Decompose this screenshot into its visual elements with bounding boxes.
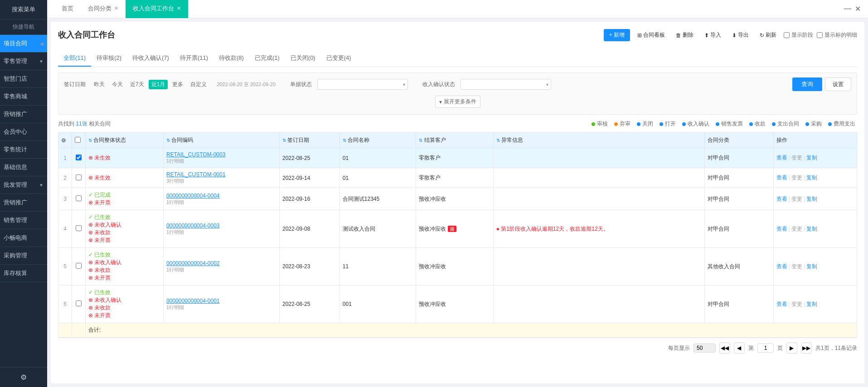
- query-button[interactable]: 查询: [792, 77, 822, 91]
- expand-filter-button[interactable]: ▾ 展开更多条件: [435, 96, 480, 108]
- action-close[interactable]: 关闭: [635, 119, 655, 129]
- sidebar-item-base-info[interactable]: 基础信息: [0, 159, 47, 176]
- contract-code-link[interactable]: RETAIL_CUSTOM-0001: [166, 171, 225, 178]
- contract-code-link[interactable]: RETAIL_CUSTOM-0003: [166, 151, 225, 158]
- sidebar-item-project[interactable]: 项目合同 ◀: [0, 35, 47, 53]
- sidebar-item-inventory[interactable]: 库存核算: [0, 265, 47, 282]
- op-复制[interactable]: 复制: [806, 155, 817, 161]
- op-变更[interactable]: 变更: [791, 226, 802, 232]
- status-tab-pending-review[interactable]: 待审核(2): [91, 50, 127, 67]
- status-tab-pending-payment[interactable]: 待收款(8): [213, 50, 249, 67]
- op-复制[interactable]: 复制: [806, 196, 817, 202]
- show-fields-checkbox[interactable]: 显示阶段: [784, 31, 813, 39]
- row-checkbox[interactable]: [72, 148, 86, 168]
- select-all-checkbox[interactable]: [75, 137, 81, 143]
- date-opt-last1month[interactable]: 近1月: [149, 80, 168, 89]
- contract-code-link[interactable]: 0000000000004-0001: [166, 298, 219, 304]
- sidebar-item-purchase[interactable]: 采购管理: [0, 247, 47, 265]
- action-audit[interactable]: 审核: [590, 119, 610, 129]
- tab-home[interactable]: 首页: [54, 0, 81, 18]
- op-查看[interactable]: 查看: [776, 301, 787, 307]
- row-checkbox[interactable]: [72, 188, 86, 210]
- row-code: 0000000000004-0002 1行明细: [164, 248, 280, 285]
- status-tab-closed[interactable]: 已关闭(0): [285, 50, 321, 67]
- per-page-select[interactable]: 50 100 200: [693, 343, 716, 353]
- col-settings[interactable]: ⚙: [58, 133, 72, 148]
- tab-income-workbench[interactable]: 收入合同工作台 ✕: [126, 0, 188, 18]
- action-pay-out[interactable]: 支出合同: [770, 119, 801, 129]
- date-opt-yesterday[interactable]: 昨天: [91, 80, 107, 89]
- action-print[interactable]: 打开: [658, 119, 678, 129]
- status-tab-pending-confirm[interactable]: 待收入确认(7): [127, 50, 175, 67]
- sidebar-item-member[interactable]: 会员中心: [0, 123, 47, 141]
- contract-code-link[interactable]: 0000000000004-0004: [166, 193, 219, 199]
- action-purchase[interactable]: 采购: [804, 119, 824, 129]
- date-opt-custom[interactable]: 自定义: [188, 80, 209, 89]
- next-page-button[interactable]: ▶: [786, 343, 797, 353]
- settings-icon[interactable]: ⚙: [20, 373, 27, 382]
- action-income-confirm[interactable]: 收入确认: [680, 119, 711, 129]
- op-查看[interactable]: 查看: [776, 174, 787, 181]
- filter-settings-button[interactable]: 设置: [825, 77, 851, 91]
- sidebar-search[interactable]: 搜索菜单: [0, 0, 47, 19]
- sidebar-item-online-store[interactable]: 零售商城: [0, 88, 47, 106]
- first-page-button[interactable]: ◀◀: [719, 343, 730, 353]
- export-button[interactable]: ⬇ 导出: [728, 29, 752, 41]
- sidebar-item-sales-mgmt[interactable]: 销售管理: [0, 212, 47, 229]
- new-button[interactable]: + 新增: [604, 29, 630, 41]
- income-confirm-select[interactable]: [461, 79, 551, 90]
- delete-button[interactable]: 🗑 删除: [672, 29, 697, 41]
- op-查看[interactable]: 查看: [776, 196, 787, 202]
- tab-contract-type[interactable]: 合同分类 ✕: [81, 0, 126, 18]
- op-变更[interactable]: 变更: [791, 155, 802, 161]
- contract-code-link[interactable]: 0000000000004-0002: [166, 260, 219, 266]
- op-复制[interactable]: 复制: [806, 226, 817, 232]
- op-变更[interactable]: 变更: [791, 174, 802, 181]
- row-checkbox[interactable]: [72, 248, 86, 285]
- tab-close-income-workbench[interactable]: ✕: [177, 5, 181, 11]
- sidebar-quick-nav[interactable]: 快捷导航: [0, 19, 47, 35]
- status-tab-all[interactable]: 全部(11): [58, 50, 91, 67]
- last-page-button[interactable]: ▶▶: [801, 343, 812, 353]
- row-checkbox[interactable]: [72, 168, 86, 188]
- action-expense-out[interactable]: 费用支出: [826, 119, 857, 129]
- status-tab-completed[interactable]: 已完成(1): [249, 50, 285, 67]
- date-opt-last7[interactable]: 近7天: [127, 80, 147, 89]
- tab-close-contract-type[interactable]: ✕: [114, 5, 118, 11]
- op-复制[interactable]: 复制: [806, 301, 817, 307]
- action-abandon[interactable]: 弃审: [612, 119, 632, 129]
- window-minimize[interactable]: —: [844, 5, 851, 13]
- sidebar-item-sales-promo[interactable]: 营销推广: [0, 194, 47, 212]
- window-close[interactable]: ✕: [855, 5, 861, 13]
- op-查看[interactable]: 查看: [776, 226, 787, 232]
- show-details-checkbox[interactable]: 显示标的明细: [817, 31, 857, 39]
- op-复制[interactable]: 复制: [806, 174, 817, 181]
- sidebar-item-retail-stat[interactable]: 零售统计: [0, 141, 47, 159]
- op-变更[interactable]: 变更: [791, 301, 802, 307]
- row-checkbox[interactable]: [72, 210, 86, 248]
- op-变更[interactable]: 变更: [791, 196, 802, 202]
- row-checkbox[interactable]: [72, 285, 86, 323]
- doc-status-select[interactable]: [317, 79, 408, 90]
- op-变更[interactable]: 变更: [791, 263, 802, 270]
- sidebar-item-smart-store[interactable]: 智慧门店: [0, 70, 47, 88]
- refresh-button[interactable]: ↻ 刷新: [756, 29, 780, 41]
- status-tab-pending-invoice[interactable]: 待开票(11): [175, 50, 213, 67]
- prev-page-button[interactable]: ◀: [734, 343, 745, 353]
- op-查看[interactable]: 查看: [776, 155, 787, 161]
- sidebar-item-ecommerce[interactable]: 小畅电商: [0, 229, 47, 247]
- op-复制[interactable]: 复制: [806, 263, 817, 270]
- status-tab-changed[interactable]: 已变更(4): [321, 50, 357, 67]
- op-查看[interactable]: 查看: [776, 263, 787, 270]
- page-input[interactable]: [757, 343, 774, 353]
- import-button[interactable]: ⬆ 导入: [701, 29, 725, 41]
- sidebar-item-marketing[interactable]: 营销推广: [0, 106, 47, 123]
- date-opt-today[interactable]: 今天: [109, 80, 126, 89]
- contract-code-link[interactable]: 0000000000004-0003: [166, 223, 219, 229]
- date-opt-more[interactable]: 更多: [170, 80, 186, 89]
- sidebar-item-wholesale[interactable]: 批发管理 ▼: [0, 176, 47, 194]
- action-sales-invoice[interactable]: 销售发票: [714, 119, 745, 129]
- action-collect[interactable]: 收款: [747, 119, 767, 129]
- sidebar-item-retail[interactable]: 零售管理 ▼: [0, 53, 47, 70]
- kanban-button[interactable]: ⊞ 合同看板: [634, 29, 669, 41]
